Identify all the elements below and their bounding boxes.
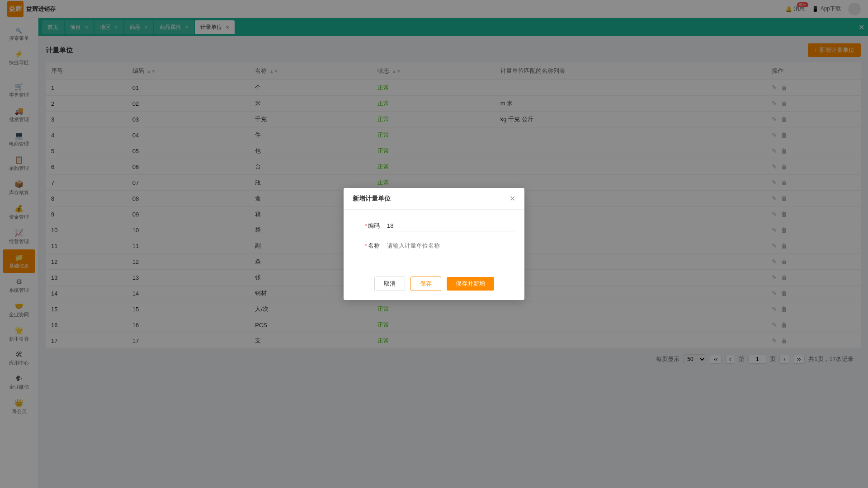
- save-and-new-button[interactable]: 保存并新增: [447, 277, 494, 291]
- code-field-label: *编码: [353, 222, 380, 230]
- modal-header: 新增计量单位 ✕: [344, 188, 524, 210]
- add-unit-modal: 新增计量单位 ✕ *编码 *名称 取消 保存 保存并新增: [344, 188, 524, 300]
- code-field-row: *编码: [353, 221, 515, 231]
- save-button[interactable]: 保存: [410, 277, 441, 291]
- name-input[interactable]: [384, 240, 515, 251]
- name-required-mark: *: [365, 242, 367, 249]
- name-field-row: *名称: [353, 240, 515, 251]
- modal-close-button[interactable]: ✕: [509, 194, 515, 203]
- code-required-mark: *: [365, 222, 367, 229]
- modal-body: *编码 *名称: [344, 210, 524, 271]
- name-field-label: *名称: [353, 242, 380, 250]
- cancel-button[interactable]: 取消: [374, 277, 405, 291]
- modal-overlay: 新增计量单位 ✕ *编码 *名称 取消 保存 保存并新增: [0, 0, 868, 488]
- code-input[interactable]: [384, 221, 515, 231]
- modal-footer: 取消 保存 保存并新增: [344, 271, 524, 300]
- modal-title: 新增计量单位: [353, 195, 391, 203]
